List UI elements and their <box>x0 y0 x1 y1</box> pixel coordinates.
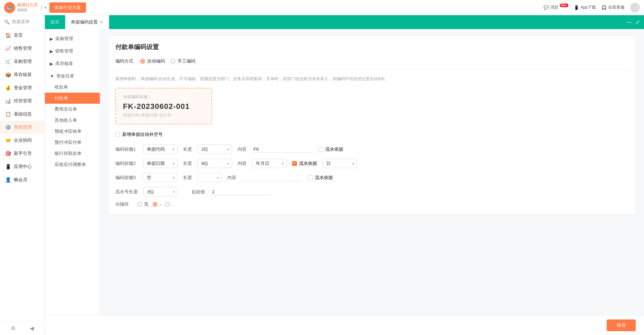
prefix3-type-select[interactable]: 空 <box>143 173 177 182</box>
brand-name: 畅通好生意 <box>17 2 38 7</box>
prefix2-length-label: 长度 <box>183 160 192 167</box>
separator-dash-dot <box>153 202 157 207</box>
prefix1-stream-checkbox[interactable] <box>318 147 323 152</box>
brand-logo: 🐳 畅通好生意 旗舰版 <box>4 2 38 13</box>
sub-sidebar-payment[interactable]: 付款单 <box>45 93 100 104</box>
start-value-label: 起始值 <box>192 189 205 195</box>
separator-dot[interactable]: . <box>165 202 173 207</box>
sub-sidebar-inventory-section: ▶ 库存核算 <box>45 58 100 69</box>
sidebar-item-sales-label: 销售管理 <box>14 45 32 52</box>
member-icon: 👤 <box>5 177 11 183</box>
radio-auto-label: 自动编码 <box>147 58 165 64</box>
sidebar-item-home[interactable]: 🏠 首页 <box>0 29 45 42</box>
sub-sidebar-inventory[interactable]: ▶ 库存核算 <box>45 58 100 69</box>
sub-sidebar-other-income[interactable]: 其他收入单 <box>45 115 100 126</box>
sub-sidebar-purchase-section: ▶ 采购管理 <box>45 33 100 44</box>
sub-sidebar-purchase[interactable]: ▶ 采购管理 <box>45 33 100 44</box>
sidebar-item-member[interactable]: 👤 畅会员 <box>0 173 45 186</box>
tab-bar: 首页 单据编码设置 ✕ — ⤢ <box>45 15 644 29</box>
message-badge: 99+ <box>560 3 568 7</box>
radio-manual-dot <box>171 59 175 64</box>
prefix3-length-select[interactable] <box>198 173 222 182</box>
tab-minimize-icon[interactable]: — <box>626 19 632 25</box>
sidebar-item-operation[interactable]: 📊 经营管理 <box>0 94 45 108</box>
experience-button[interactable]: 体验行业方案 <box>49 2 86 13</box>
start-value-input[interactable] <box>211 188 271 195</box>
prefix3-stream-check: 流水依据 <box>308 175 333 181</box>
apps-icon: 📱 <box>5 164 11 170</box>
prefix1-type-select[interactable]: 单据代码 <box>143 145 177 154</box>
sub-sidebar-sales[interactable]: ▶ 销售管理 <box>45 46 100 57</box>
avatar[interactable] <box>630 3 640 12</box>
sub-sidebar-adj[interactable]: 应收应付调整单 <box>45 159 100 170</box>
prefix2-stream-checkbox[interactable]: ✓ <box>292 161 297 166</box>
partner-icon: 🤝 <box>5 137 11 143</box>
radio-auto-dot <box>140 59 145 64</box>
radio-manual[interactable]: 手工编码 <box>171 58 195 64</box>
sub-sidebar-purchase-label: 采购管理 <box>55 36 73 42</box>
operation-icon: 📊 <box>5 98 11 104</box>
prefix2-length-select-wrap: 8位 <box>198 159 232 168</box>
sidebar-search[interactable]: 🔍 搜索菜单 <box>0 15 45 29</box>
sidebar-item-finance-label: 资金管理 <box>14 85 32 91</box>
prefix3-stream-checkbox[interactable] <box>308 175 313 180</box>
sidebar-item-sales[interactable]: 📈 销售管理 <box>0 42 45 55</box>
tab-expand-icon[interactable]: ⤢ <box>635 19 640 26</box>
sidebar-item-system[interactable]: ⚙️ 系统管理 <box>0 121 45 134</box>
sidebar-item-finance[interactable]: 💰 资金管理 <box>0 81 45 94</box>
app-download-btn[interactable]: 📱 App下载 <box>574 4 596 10</box>
save-button[interactable]: 保存 <box>607 319 636 331</box>
prefix3-label: 编码前缀3 <box>115 175 137 181</box>
dropdown-area[interactable]: | ▾ <box>41 4 47 11</box>
prefix3-content-input[interactable] <box>242 174 302 181</box>
search-label: 搜索菜单 <box>12 19 30 25</box>
prefix2-stream-unit-select[interactable]: 日 <box>323 159 357 168</box>
sidebar-item-inventory[interactable]: 📦 库存核算 <box>0 68 45 81</box>
prefix2-content-select[interactable]: 年月日 <box>252 159 287 168</box>
arrow-down-icon: ▼ <box>50 74 54 79</box>
code-preview-label: 当前编码示例： <box>123 94 204 100</box>
separator-none-label: 无 <box>144 201 148 207</box>
sidebar-item-guide[interactable]: 🎯 新手引导 <box>0 147 45 160</box>
top-bar-right: 💬 消息 99+ 📱 App下载 🎧 在线客服 <box>544 3 640 12</box>
prefix1-length-select[interactable]: 2位 <box>198 145 232 154</box>
sidebar-item-apps[interactable]: 📱 应用中心 <box>0 160 45 173</box>
separator-dash[interactable]: - <box>153 202 161 207</box>
serial-length-select[interactable]: 3位 <box>143 187 178 196</box>
sub-sidebar-prepaid-recv[interactable]: 预收冲应收单 <box>45 126 100 137</box>
prefix2-type-select-wrap: 单据日期 <box>143 159 177 168</box>
radio-auto[interactable]: 自动编码 <box>140 58 165 64</box>
settings-bottom-icon[interactable]: ⚙ <box>11 325 16 332</box>
message-icon: 💬 <box>544 5 549 10</box>
sidebar-item-basic-label: 基础信息 <box>14 111 32 117</box>
page-content: 付款单编码设置 编码方式 自动编码 手工编码 <box>100 29 644 315</box>
brand-sub: 旗舰版 <box>17 8 38 12</box>
sub-sidebar-receipt[interactable]: 收款单 <box>45 82 100 93</box>
sub-layout: ▶ 采购管理 ▶ 销售管理 ▶ 库存核算 <box>45 29 644 315</box>
sidebar-bottom: ⚙ ◀ <box>0 321 45 335</box>
prefix2-length-select[interactable]: 8位 <box>198 159 232 168</box>
main-layout: 🔍 搜索菜单 🏠 首页 📈 销售管理 🛒 采购管理 📦 库存核算 💰 资金管理 … <box>0 15 644 335</box>
tab-encoding-close[interactable]: ✕ <box>100 20 103 25</box>
tab-home[interactable]: 首页 <box>45 15 65 29</box>
sidebar-item-partner[interactable]: 🤝 企业协同 <box>0 134 45 147</box>
sidebar-item-purchase[interactable]: 🛒 采购管理 <box>0 55 45 68</box>
online-service-btn[interactable]: 🎧 在线客服 <box>602 4 625 10</box>
prefix2-type-select[interactable]: 单据日期 <box>143 159 177 168</box>
serial-length-label: 流水号长度 <box>115 189 138 195</box>
finance-icon: 💰 <box>5 85 11 91</box>
message-btn[interactable]: 💬 消息 99+ <box>544 4 568 10</box>
sub-sidebar-bank[interactable]: 银行存取款单 <box>45 148 100 159</box>
collapse-icon[interactable]: ◀ <box>30 325 34 332</box>
prefix-row-2: 编码前缀2 单据日期 长度 8位 内容 <box>115 159 629 168</box>
sidebar-item-basic[interactable]: 📋 基础信息 <box>0 108 45 121</box>
sub-sidebar-expense[interactable]: 费用支出单 <box>45 104 100 115</box>
tab-encoding-label: 单据编码设置 <box>71 19 98 25</box>
prefix3-content-label: 内容 <box>227 175 236 181</box>
prefix1-content-input[interactable] <box>252 146 313 153</box>
sub-sidebar-capital[interactable]: ▼ 资金往来 <box>45 71 100 82</box>
auto-fill-checkbox[interactable] <box>115 132 120 137</box>
separator-none[interactable]: 无 <box>137 201 148 207</box>
tab-encoding[interactable]: 单据编码设置 ✕ <box>65 15 109 29</box>
sub-sidebar-prepaid-pay[interactable]: 预付冲应付单 <box>45 137 100 148</box>
